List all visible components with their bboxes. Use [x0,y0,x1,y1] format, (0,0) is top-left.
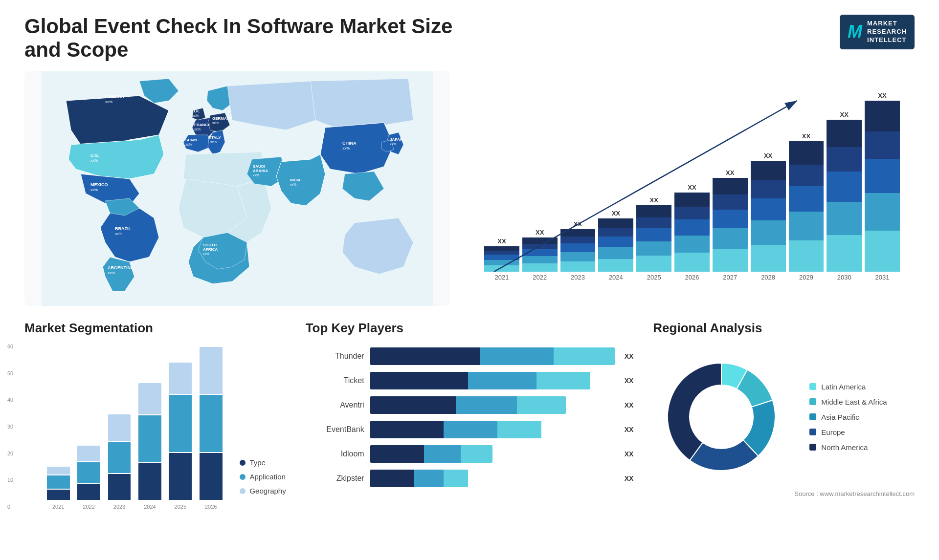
seg-chart-area: 60 50 40 30 20 10 0 20212022202320242025… [24,344,286,510]
bar-segment [484,265,519,272]
seg-bar-group [105,344,134,500]
top-section: CANADA xx% U.S. xx% MEXICO xx% BRAZIL xx… [24,71,915,306]
bar-segment [789,165,824,186]
bar-label-top: XX [726,169,734,176]
bar-segment [751,220,786,245]
regional-legend-item: Europe [809,428,887,436]
regional-legend-label: Middle East & Africa [821,398,887,406]
legend-item: Type [240,458,286,467]
svg-text:xx%: xx% [390,142,396,146]
svg-text:CANADA: CANADA [105,94,124,99]
svg-text:SAUDI: SAUDI [253,164,265,169]
bar-segment [522,244,558,249]
svg-text:xx%: xx% [90,188,98,192]
bottom-section: Market Segmentation 60 50 40 30 20 10 0 [24,321,915,560]
bar-stack [865,101,900,272]
bar-segment [827,202,862,235]
svg-text:xx%: xx% [203,252,209,256]
player-name: Aventri [306,401,364,409]
player-row: TicketXX [306,372,634,389]
bar-label-top: XX [497,237,506,245]
bar-segment [713,178,748,195]
players-list: ThunderXXTicketXXAventriXXEventBankXXIdl… [306,347,634,487]
svg-text:xx%: xx% [194,128,201,131]
svg-text:ARGENTINA: ARGENTINA [108,265,134,270]
bar-segment [560,237,596,243]
bar-label-top: XX [574,220,582,228]
svg-text:ARABIA: ARABIA [253,169,268,173]
bar-segment [560,261,596,272]
player-bar-segment [461,445,492,463]
bar-group: XX [636,196,671,272]
seg-bar-type [138,463,161,500]
player-row: ZkipsterXX [306,470,634,487]
bar-segment [598,247,633,259]
bar-segment [484,255,519,260]
bar-label-top: XX [649,196,658,204]
bar-segment [865,159,900,193]
legend-item: Application [240,473,286,481]
page-container: Global Event Check In Software Market Si… [0,0,939,560]
seg-bar-group [74,344,103,500]
players-container: Top Key Players ThunderXXTicketXXAventri… [306,321,634,560]
seg-bar-group [44,344,72,500]
logo-container: M MARKET RESEARCH INTELLECT [840,15,915,49]
regional-legend-item: North America [809,443,887,452]
bar-year-label: 2030 [827,274,862,281]
seg-x-label: 2025 [166,504,195,510]
y-label-60: 60 [7,344,13,349]
svg-text:JAPAN: JAPAN [390,137,403,142]
svg-text:AFRICA: AFRICA [203,247,218,252]
player-bar-segment [370,470,414,487]
bar-segment [636,241,671,256]
bar-group: XX [522,229,558,272]
bar-segment [751,245,786,272]
bar-segment [713,210,748,229]
player-bar-stack [370,347,615,365]
bar-segment [560,252,596,261]
bar-year-label: 2031 [865,274,900,281]
player-bar-segment [424,445,461,463]
seg-bar-app [200,395,223,452]
bar-label-top: XX [840,111,849,118]
bar-group: XX [598,210,633,272]
logo-line3: INTELLECT [867,36,907,44]
logo-box: M MARKET RESEARCH INTELLECT [840,15,915,49]
legend-label: Geography [249,487,286,495]
legend-label: Type [249,458,266,467]
svg-text:BRAZIL: BRAZIL [115,226,131,231]
regional-legend-dot [809,383,816,390]
bar-segment [674,193,710,207]
player-bar-segment [444,470,468,487]
bar-segment [636,205,671,217]
bar-segment [827,172,862,202]
bar-segment [560,229,596,237]
regional-legend-dot [809,429,816,435]
bar-chart-container: XXXXXXXXXXXXXXXXXXXXXX 20212022202320242… [470,71,915,306]
seg-bar-geo [108,414,131,440]
y-label-50: 50 [7,370,13,376]
svg-text:xx%: xx% [342,146,350,151]
seg-bars [44,344,225,500]
seg-bar-geo [200,347,223,394]
player-bar-segment [497,421,541,438]
bar-segment [560,243,596,252]
seg-bar-geo [169,363,192,394]
bar-label-top: XX [688,184,696,191]
bar-group: XX [751,152,786,272]
bar-group: XX [865,92,900,272]
bar-label-top: XX [612,210,620,217]
bar-group: XX [713,169,748,272]
bar-segment [789,141,824,165]
bar-segment [827,120,862,147]
bar-segment [827,235,862,272]
regional-legend-label: Latin America [821,383,866,391]
y-label-30: 30 [7,424,13,430]
y-label-40: 40 [7,397,13,403]
player-bar-segment [370,347,480,365]
seg-bar-type [77,484,100,500]
player-xx-label: XX [625,401,634,409]
regional-chart: Latin America Middle East & Africa Asia … [653,348,915,485]
bar-segment [751,180,786,198]
svg-text:xx%: xx% [192,114,199,117]
